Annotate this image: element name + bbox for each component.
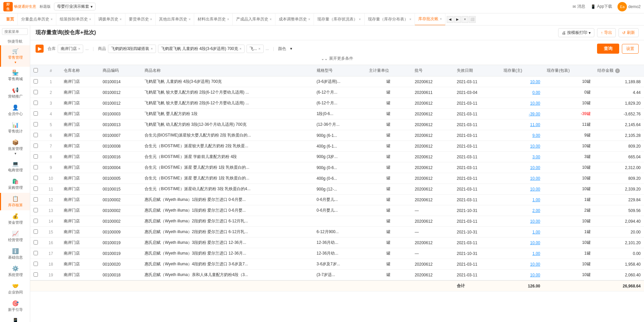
sidebar-item-inventory[interactable]: 📋 库存核算 — [0, 193, 30, 210]
tab-xiancun1[interactable]: 现存量（库存状况表） × — [314, 13, 365, 25]
product-tag-3[interactable]: 飞... × — [247, 45, 263, 53]
expand-conditions-button[interactable]: ⌄⌄ 展开更多条件 — [36, 56, 639, 61]
qty-main-link[interactable]: 1.00 — [532, 230, 540, 234]
qty-main-link[interactable]: 1.00 — [532, 251, 540, 256]
qty-main-link[interactable]: 3.00 — [532, 155, 540, 159]
qty-main-link[interactable]: 9.00 — [532, 133, 540, 138]
row-checkbox[interactable] — [34, 122, 38, 126]
product-tag-close[interactable]: × — [151, 47, 153, 51]
tab-yaohuo[interactable]: 要货单历史 × — [125, 13, 156, 25]
close-icon[interactable]: × — [308, 17, 310, 21]
close-icon[interactable]: × — [359, 17, 361, 21]
qty-main-link[interactable]: 10.00 — [530, 262, 540, 267]
row-checkbox[interactable] — [34, 144, 38, 148]
warehouse-tag-close[interactable]: × — [78, 47, 80, 51]
filter-expand-button[interactable]: ▶ — [36, 45, 44, 53]
close-icon[interactable]: × — [89, 17, 91, 21]
product-tag-2[interactable]: 飞鹤星飞帆 儿童奶粉 4段(3-6岁适用) 700克 × — [158, 45, 245, 53]
amount-info-icon[interactable]: i — [615, 68, 620, 73]
tab-kucun[interactable]: 库存批次账 × — [415, 13, 445, 25]
tab-diaopo[interactable]: 调拨单历史 × — [95, 13, 125, 25]
color-dropdown-arrow[interactable]: ▾ — [290, 46, 292, 51]
product-tag-1[interactable]: 飞鹤奶粉3段四罐搭装 × — [108, 45, 156, 53]
close-icon[interactable]: × — [189, 17, 191, 21]
app-download-button[interactable]: 📱 App下载 — [591, 4, 612, 9]
select-all-checkbox[interactable] — [34, 68, 38, 72]
row-checkbox[interactable] — [34, 272, 38, 277]
sidebar-item-purchase[interactable]: 🛍️ 采购管理 — [0, 175, 30, 193]
qty-main-link[interactable]: -39.00 — [529, 112, 540, 116]
close-icon[interactable]: × — [150, 17, 152, 21]
qty-main-link[interactable]: 10.00 — [530, 187, 540, 192]
sidebar-item-finance[interactable]: 💰 资金管理 — [0, 210, 30, 228]
sidebar-item-mall[interactable]: 🏪 零售商城 — [0, 67, 30, 84]
sidebar-item-appcenter[interactable]: 📱 应用中心 — [0, 315, 30, 322]
row-checkbox[interactable] — [34, 186, 38, 191]
tab-qita[interactable]: 其他出库单历史 × — [156, 13, 194, 25]
qty-main-link[interactable]: 0.00 — [532, 90, 540, 95]
sidebar-item-ecommerce[interactable]: 💻 电商管理 — [0, 158, 30, 175]
workspace-selector[interactable]: 母婴行业演示账套 ▾ — [54, 3, 96, 10]
warehouse-more[interactable]: ... — [85, 46, 89, 51]
row-checkbox[interactable] — [34, 90, 38, 94]
sidebar-item-operations[interactable]: 📈 经营管理 — [0, 228, 30, 245]
qty-main-link[interactable]: 10.00 — [530, 240, 540, 245]
export-button[interactable]: ↑ 导出 — [597, 28, 616, 37]
row-checkbox[interactable] — [34, 165, 38, 169]
qty-main-link[interactable]: 10.00 — [530, 79, 540, 84]
qty-main-link[interactable]: 2.00 — [532, 208, 540, 213]
tab-zuzhuang[interactable]: 组装拆卸单历史 × — [56, 13, 95, 25]
row-checkbox[interactable] — [34, 133, 38, 137]
setting-button[interactable]: 设置 — [622, 44, 639, 54]
close-icon[interactable]: × — [51, 17, 53, 21]
tab-cailiao[interactable]: 材料出库单历史 × — [194, 13, 233, 25]
row-checkbox[interactable] — [34, 240, 38, 245]
row-checkbox[interactable] — [34, 101, 38, 105]
qty-main-link[interactable]: 10.00 — [530, 101, 540, 106]
tab-prev-arrow[interactable]: ◀ — [447, 16, 453, 23]
refresh-button[interactable]: ↺ 刷新 — [619, 28, 639, 37]
message-button[interactable]: ✉ 消息 — [573, 4, 585, 9]
sidebar-nav-label[interactable]: 快捷导航 — [0, 38, 30, 45]
warehouse-tag[interactable]: 南岸门店 × — [58, 45, 83, 53]
row-checkbox[interactable] — [34, 229, 38, 234]
qty-main-link[interactable]: 10.00 — [530, 165, 540, 170]
tab-chengben[interactable]: 成本调整单历史 × — [275, 13, 314, 25]
sidebar-item-wholesale[interactable]: 📦 批发管理 ▼ — [0, 137, 30, 158]
qty-main-link[interactable]: 10.00 — [530, 219, 540, 224]
product-tag-close[interactable]: × — [258, 47, 260, 51]
search-button[interactable]: 查询 — [597, 44, 619, 54]
row-checkbox[interactable] — [34, 219, 38, 223]
qty-main-link[interactable]: 10.00 — [530, 273, 540, 277]
qty-main-link[interactable]: 10.00 — [530, 176, 540, 181]
sidebar-item-retail[interactable]: 🛒 零售管理 ▼ — [0, 45, 30, 67]
qty-main-link[interactable]: 1.00 — [532, 198, 540, 202]
tab-close-all[interactable]: × — [462, 16, 468, 23]
tab-xiancun2[interactable]: 现存量（库存分布表） × — [365, 13, 415, 25]
close-icon[interactable]: × — [440, 17, 442, 21]
sidebar-item-marketing[interactable]: 📢 营销推广 — [0, 84, 30, 102]
sidebar-item-system[interactable]: ⚙️ 系统管理 — [0, 263, 30, 280]
tab-maximize[interactable]: ⬜ — [469, 16, 476, 23]
sidebar-item-collab[interactable]: 🤝 企业协同 — [0, 280, 30, 298]
row-checkbox[interactable] — [34, 176, 38, 180]
sidebar-item-member[interactable]: 👤 会员中心 — [0, 102, 30, 119]
row-checkbox[interactable] — [34, 208, 38, 212]
template-print-button[interactable]: 🖨 按模板打印 ▾ — [558, 28, 594, 37]
close-icon[interactable]: × — [410, 17, 412, 21]
close-icon[interactable]: × — [270, 17, 272, 21]
product-more[interactable]: ... — [266, 46, 269, 51]
qty-main-link[interactable]: 11.00 — [530, 122, 540, 127]
sidebar-item-stats[interactable]: 📊 零售统计 — [0, 119, 30, 137]
row-checkbox[interactable] — [34, 251, 38, 255]
row-checkbox[interactable] — [34, 262, 38, 266]
qty-main-link[interactable]: 10.00 — [530, 144, 540, 149]
close-icon[interactable]: × — [120, 17, 122, 21]
tab-chengpin[interactable]: 产成品入库单历史 × — [233, 13, 275, 25]
row-checkbox[interactable] — [34, 154, 38, 159]
sidebar-item-guide[interactable]: 🎯 新手引导 — [0, 298, 30, 315]
row-checkbox[interactable] — [34, 111, 38, 116]
row-checkbox[interactable] — [34, 197, 38, 202]
tab-next-arrow[interactable]: ▶ — [454, 16, 461, 23]
tab-fenpan[interactable]: 分量盘点单历史 × — [18, 13, 56, 25]
